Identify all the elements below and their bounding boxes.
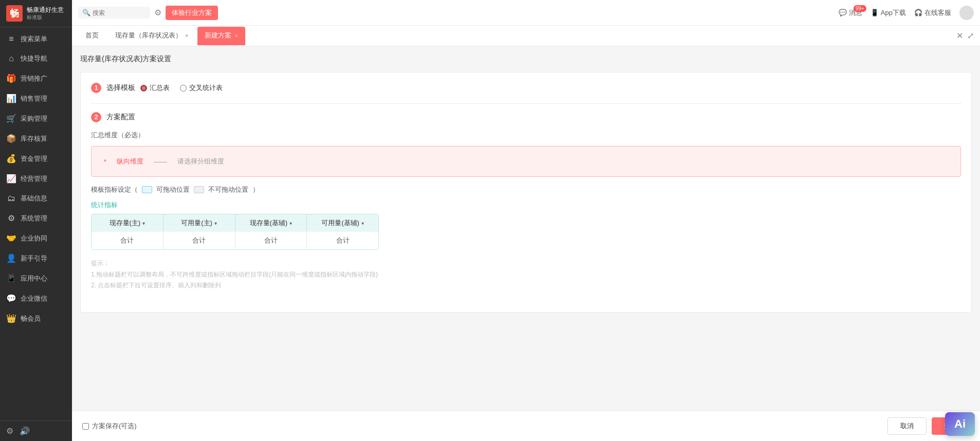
sidebar-icon-quick-nav: ⌂ (6, 54, 16, 63)
sidebar-item-system[interactable]: ⚙ 系统管理 (0, 208, 72, 228)
sound-icon[interactable]: 🔊 (20, 426, 30, 436)
tab-new-plan-label: 新建方案 (205, 31, 231, 40)
sidebar-item-search-menu[interactable]: ≡ 搜索菜单 (0, 29, 72, 49)
settings-icon[interactable]: ⚙ (6, 426, 13, 436)
sidebar-item-cooperation[interactable]: 🤝 企业协同 (0, 228, 72, 248)
save-label: 方案保存(可选) (92, 421, 137, 431)
stats-col-2[interactable]: 现存量(基辅) ▾ (235, 214, 307, 232)
sidebar-logo: 畅 畅康通好生意 标准版 (0, 0, 72, 27)
sidebar-label-cooperation: 企业协同 (21, 234, 47, 243)
sidebar-item-membership[interactable]: 👑 畅会员 (0, 308, 72, 328)
stats-col-chevron-3: ▾ (361, 220, 364, 226)
sidebar-item-marketing[interactable]: 🎁 营销推广 (0, 68, 72, 88)
close-panel-icon[interactable]: ✕ (956, 31, 963, 41)
dimension-area[interactable]: * 纵向维度 —— 请选择分组维度 (91, 146, 961, 177)
stats-label: 统计指标 (91, 200, 961, 210)
radio-summary[interactable]: 汇总表 (140, 83, 170, 93)
radio-cross-label: 交叉统计表 (189, 83, 223, 93)
radio-summary-label: 汇总表 (150, 83, 170, 93)
sidebar-item-new-guide[interactable]: 👤 新手引导 (0, 248, 72, 268)
online-service-item[interactable]: 🎧 在线客服 (914, 8, 951, 17)
sidebar: 畅 畅康通好生意 标准版 ≡ 搜索菜单⌂ 快捷导航🎁 营销推广📊 销售管理🛒 采… (0, 0, 72, 441)
sidebar-item-base-info[interactable]: 🗂 基础信息 (0, 189, 72, 208)
tab-home[interactable]: 首页 (78, 27, 106, 45)
search-icon: 🔍 (82, 9, 90, 16)
logo-text: 畅康通好生意 标准版 (27, 6, 64, 22)
sidebar-label-app-center: 应用中心 (21, 274, 47, 283)
sidebar-icon-membership: 👑 (6, 314, 16, 323)
stats-col-1[interactable]: 可用量(主) ▾ (164, 214, 235, 232)
tips-line-2: 2. 点击标题栏下拉可设置排序、插入列和删除列 (91, 280, 961, 291)
indicator-settings-label: 模板指标设定（ (91, 185, 138, 194)
stats-col-chevron-0: ▾ (142, 220, 145, 226)
sidebar-icon-base-info: 🗂 (6, 194, 16, 203)
sidebar-icon-cooperation: 🤝 (6, 233, 16, 243)
sidebar-item-sales[interactable]: 📊 销售管理 (0, 88, 72, 108)
sidebar-label-quick-nav: 快捷导航 (21, 54, 47, 63)
stats-col-3[interactable]: 可用量(基辅) ▾ (307, 214, 378, 232)
search-box[interactable]: 🔍 (78, 7, 150, 19)
stats-table-body: 合计合计合计合计 (92, 232, 378, 249)
step1-header: 1 选择模板 汇总表 交叉统计表 (91, 83, 961, 93)
sidebar-icon-operations: 📈 (6, 174, 16, 183)
tab-new-plan-close[interactable]: × (234, 32, 238, 39)
sidebar-icon-new-guide: 👤 (6, 253, 16, 263)
divider-1 (91, 103, 961, 104)
tab-inventory-status[interactable]: 现存量（库存状况表） × (108, 27, 195, 45)
message-badge: 99+ (854, 5, 866, 12)
tab-new-plan[interactable]: 新建方案 × (197, 27, 245, 45)
sidebar-item-inventory[interactable]: 📦 库存核算 (0, 128, 72, 149)
sidebar-item-purchase[interactable]: 🛒 采购管理 (0, 108, 72, 128)
sidebar-label-search-menu: 搜索菜单 (21, 34, 47, 44)
stats-col-label-3: 可用量(基辅) (321, 218, 359, 228)
sidebar-label-sales: 销售管理 (21, 94, 47, 103)
sidebar-label-new-guide: 新手引导 (21, 254, 47, 263)
sidebar-item-wechat[interactable]: 💬 企业微信 (0, 288, 72, 308)
step2-badge: 2 (91, 112, 101, 122)
ai-fab-button[interactable]: Ai (945, 412, 975, 436)
industry-btn[interactable]: 体验行业方案 (166, 6, 218, 20)
cancel-button[interactable]: 取消 (887, 417, 927, 435)
message-badge-item[interactable]: 💬 消息 99+ (839, 8, 862, 17)
sidebar-label-wechat: 企业微信 (21, 294, 47, 303)
sidebar-item-app-center[interactable]: 📱 应用中心 (0, 268, 72, 288)
app-download-item[interactable]: 📱 App下载 (870, 8, 906, 17)
avatar[interactable] (959, 6, 974, 20)
search-input[interactable] (93, 9, 144, 16)
sidebar-item-operations[interactable]: 📈 经营管理 (0, 169, 72, 189)
stats-body-0-2: 合计 (235, 232, 307, 249)
sidebar-icon-wechat: 💬 (6, 293, 16, 303)
save-option[interactable]: 方案保存(可选) (82, 421, 137, 431)
step1-title: 选择模板 (106, 83, 135, 93)
required-star: * (104, 158, 106, 166)
radio-cross[interactable]: 交叉统计表 (180, 83, 223, 93)
sidebar-label-operations: 经营管理 (21, 174, 47, 183)
indicator-settings-suffix: ） (252, 185, 259, 194)
step2-title: 方案配置 (106, 113, 135, 122)
drag-label: 可拖动位置 (156, 185, 190, 194)
stats-body-0-0: 合计 (92, 232, 164, 249)
stats-col-chevron-1: ▾ (214, 220, 217, 226)
tabs-bar: 首页 现存量（库存状况表） × 新建方案 × ✕ ⤢ (72, 26, 980, 46)
gear-icon[interactable]: ⚙ (154, 8, 161, 17)
stats-body-0-3: 合计 (307, 232, 378, 249)
save-checkbox[interactable] (82, 423, 89, 430)
sidebar-icon-marketing: 🎁 (6, 74, 16, 83)
radio-summary-input[interactable] (140, 85, 147, 91)
step1-section: 1 选择模板 汇总表 交叉统计表 (91, 83, 961, 93)
headset-icon: 🎧 (914, 9, 922, 16)
dimension-placeholder: 请选择分组维度 (177, 157, 224, 166)
drag-box (142, 186, 152, 193)
sidebar-item-finance[interactable]: 💰 资金管理 (0, 149, 72, 169)
expand-icon[interactable]: ⤢ (967, 31, 974, 41)
main-content: 🔍 ⚙ 体验行业方案 💬 消息 99+ 📱 App下载 🎧 在线客服 首页 (72, 0, 980, 441)
tab-inventory-close[interactable]: × (185, 32, 188, 39)
sidebar-label-purchase: 采购管理 (21, 114, 47, 123)
radio-cross-input[interactable] (180, 85, 187, 91)
sidebar-icon-app-center: 📱 (6, 273, 16, 283)
content-area: 现存量(库存状况表)方案设置 1 选择模板 汇总表 交叉统计表 (72, 46, 980, 411)
no-drag-label: 不可拖动位置 (208, 185, 248, 194)
sidebar-item-quick-nav[interactable]: ⌂ 快捷导航 (0, 49, 72, 68)
stats-col-0[interactable]: 现存量(主) ▾ (92, 214, 164, 232)
page-title: 现存量(库存状况表)方案设置 (80, 54, 972, 64)
